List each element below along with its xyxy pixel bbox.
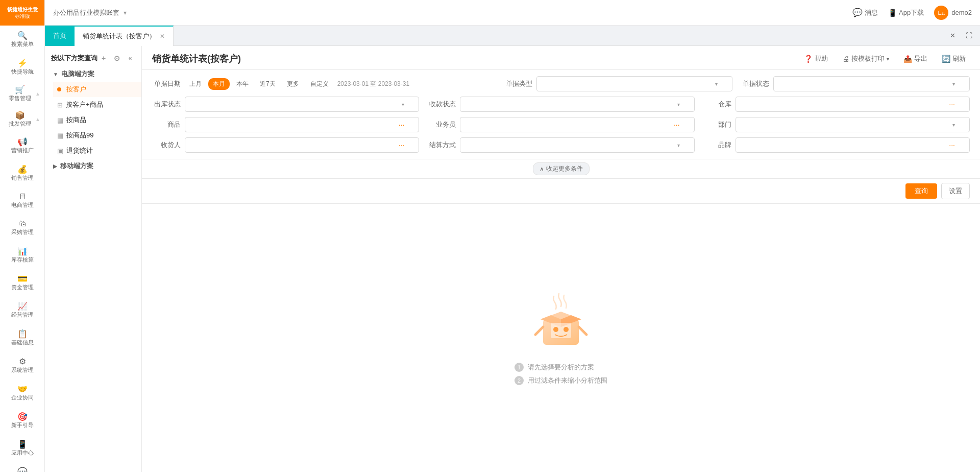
sidebar-item-search[interactable]: 🔍 搜索菜单	[0, 26, 44, 53]
app-logo[interactable]: 畅捷通好生意 标准版	[0, 0, 44, 26]
date-btn-more[interactable]: 更多	[282, 78, 304, 90]
print-label: 按模板打印	[851, 54, 885, 63]
help-label: 帮助	[815, 54, 828, 63]
export-btn[interactable]: 📤 导出	[899, 52, 932, 65]
date-btn-this-year[interactable]: 本年	[232, 78, 253, 90]
sidebar-item-purchase[interactable]: 🛍 采购管理	[0, 214, 44, 241]
settlement-select[interactable]: ▾	[460, 137, 694, 153]
active-indicator	[57, 87, 61, 91]
page-title: 销货单统计表(按客户)	[152, 53, 241, 65]
sidebar-item-finance[interactable]: 💳 资金管理	[0, 269, 44, 296]
payment-status-select[interactable]: ▾	[460, 97, 694, 112]
sidebar-item-wholesale[interactable]: 📦 批发管理 ▲	[0, 106, 44, 132]
sidebar-item-inventory[interactable]: 📊 库存核算	[0, 241, 44, 269]
tree-group-pc[interactable]: ▼ 电脑端方案	[45, 66, 141, 82]
sidebar-item-app-center[interactable]: 📱 应用中心	[0, 434, 44, 462]
empty-state: 1 请先选择要分析的方案 2 用过滤条件来缩小分析范围	[142, 204, 980, 472]
bill-type-select[interactable]: ▾	[536, 76, 733, 91]
industry-dropdown[interactable]: ▾	[124, 9, 127, 16]
settings-icon: ⊙	[114, 54, 120, 62]
sidebar-item-label: 营销推广	[11, 147, 34, 154]
sidebar-item-basic[interactable]: 📋 基础信息	[0, 324, 44, 351]
sidebar-item-newbie[interactable]: 🎯 新手引导	[0, 407, 44, 434]
settlement-label: 结算方式	[427, 140, 456, 150]
print-icon: 🖨	[842, 55, 849, 63]
topbar-right: 💬 消息 📱 App下载 Ea demo2	[852, 6, 972, 20]
user-profile[interactable]: Ea demo2	[934, 6, 972, 20]
search-icon: 🔍	[17, 31, 28, 40]
settings-button[interactable]: 设置	[941, 183, 970, 199]
tree-expand-icon: ▶	[53, 163, 57, 169]
print-btn[interactable]: 🖨 按模板打印	[838, 52, 893, 65]
date-btn-custom[interactable]: 自定义	[306, 78, 333, 90]
tree-item-label: 按商品	[66, 115, 86, 125]
toolbar: 查询 设置	[142, 179, 980, 204]
out-status-select[interactable]: ▾	[185, 97, 419, 112]
refresh-icon: 🔄	[942, 55, 950, 63]
sidebar: 畅捷通好生意 标准版 🔍 搜索菜单 ⚡ 快捷导航 🛒 零售管理 ▲ 📦 批发管理…	[0, 0, 45, 472]
tree-item-by-customer[interactable]: 按客户	[53, 82, 141, 97]
receiver-select[interactable]: ···	[185, 137, 419, 153]
tab-fullscreen-btn[interactable]: ⛶	[962, 29, 976, 43]
sidebar-item-enterprise[interactable]: 🤝 企业协同	[0, 379, 44, 407]
warehouse-select[interactable]: ···	[736, 97, 970, 112]
department-arrow: ▾	[952, 122, 955, 128]
brand-label: 品牌	[703, 140, 731, 150]
department-select[interactable]: ▾	[736, 117, 970, 132]
sidebar-item-label: 销售管理	[11, 174, 34, 182]
refresh-btn[interactable]: 🔄 刷新	[938, 52, 970, 65]
receiver-cell: 收货人 ···	[152, 137, 419, 153]
tree-item-by-goods-99[interactable]: ▦ 按商品99	[53, 128, 141, 143]
sidebar-item-marketing[interactable]: 📢 营销推广	[0, 132, 44, 159]
sidebar-item-ecommerce[interactable]: 🖥 电商管理	[0, 187, 44, 214]
sidebar-item-system[interactable]: ⚙ 系统管理	[0, 351, 44, 379]
query-button[interactable]: 查询	[905, 183, 937, 199]
app-download-btn[interactable]: 📱 App下载	[888, 8, 924, 17]
message-btn[interactable]: 💬 消息	[852, 8, 878, 17]
basic-icon: 📋	[17, 329, 28, 339]
export-label: 导出	[914, 54, 927, 63]
filter-row-3: 商品 ··· 业务员 ··· 部门	[152, 117, 970, 132]
bill-status-select[interactable]: ▾	[773, 76, 970, 91]
empty-tip-1: 1 请先选择要分析的方案	[514, 363, 607, 372]
collapse-panel-btn[interactable]: «	[125, 53, 135, 63]
sidebar-item-label: 采购管理	[11, 228, 34, 236]
tip-text-1: 请先选择要分析的方案	[528, 363, 594, 372]
help-btn[interactable]: ❓ 帮助	[800, 52, 832, 65]
enterprise-wechat-icon: 💬	[17, 467, 28, 472]
out-status-cell: 出库状态 ▾	[152, 97, 419, 112]
tab-home[interactable]: 首页	[45, 26, 75, 46]
date-btn-last-month[interactable]: 上月	[185, 78, 206, 90]
sidebar-item-operations[interactable]: 📈 经营管理	[0, 296, 44, 324]
tab-close-all-btn[interactable]: ✕	[945, 29, 960, 43]
page-header-actions: ❓ 帮助 🖨 按模板打印 📤 导出 🔄 刷新	[800, 52, 970, 65]
brand-select[interactable]: ···	[736, 137, 970, 153]
sidebar-item-label: 快捷导航	[11, 68, 34, 76]
payment-status-arrow: ▾	[677, 102, 680, 107]
salesperson-select[interactable]: ···	[460, 117, 694, 132]
quick-nav-icon: ⚡	[17, 58, 28, 68]
sidebar-item-label: 经营管理	[11, 311, 34, 319]
left-panel-actions: + ⊙ «	[99, 53, 135, 63]
tree-expand-icon: ▼	[53, 72, 58, 77]
tree-group-mobile[interactable]: ▶ 移动端方案	[45, 158, 141, 174]
sidebar-item-retail[interactable]: 🛒 零售管理 ▲	[0, 81, 44, 106]
date-btn-this-month[interactable]: 本月	[208, 78, 230, 90]
sidebar-item-enterprise-wechat[interactable]: 💬 企业微信	[0, 462, 44, 472]
tab-close-btn[interactable]: ✕	[160, 33, 165, 40]
goods-select[interactable]: ···	[185, 117, 419, 132]
add-icon: +	[102, 54, 106, 62]
tab-sales-stats[interactable]: 销货单统计表（按客户） ✕	[75, 26, 174, 46]
empty-tip-2: 2 用过滤条件来缩小分析范围	[514, 376, 607, 385]
sidebar-item-quick-nav[interactable]: ⚡ 快捷导航	[0, 53, 44, 81]
add-scheme-btn[interactable]: +	[99, 53, 109, 63]
sales-icon: 💰	[17, 164, 28, 174]
settings-scheme-btn[interactable]: ⊙	[112, 53, 122, 63]
date-btn-last-7days[interactable]: 近7天	[255, 78, 280, 90]
tree-item-return-stats[interactable]: ▣ 退货统计	[53, 143, 141, 158]
sidebar-item-sales[interactable]: 💰 销售管理	[0, 159, 44, 187]
brand-dots: ···	[949, 141, 955, 149]
tree-item-by-customer-goods[interactable]: ⊞ 按客户+商品	[53, 97, 141, 112]
collapse-btn[interactable]: ∧ 收起更多条件	[533, 162, 590, 175]
tree-item-by-goods[interactable]: ▦ 按商品	[53, 112, 141, 128]
